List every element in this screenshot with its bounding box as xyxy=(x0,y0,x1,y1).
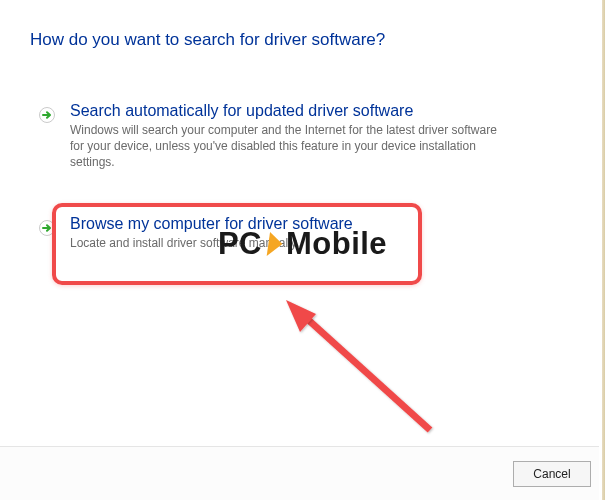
option-title: Search automatically for updated driver … xyxy=(70,102,569,120)
svg-marker-3 xyxy=(286,300,316,332)
annotation-arrow-icon xyxy=(280,300,450,454)
option-browse-computer[interactable]: Browse my computer for driver software L… xyxy=(30,209,577,261)
arrow-right-icon xyxy=(38,106,56,128)
option-description: Locate and install driver software manua… xyxy=(70,235,510,251)
option-search-automatically[interactable]: Search automatically for updated driver … xyxy=(30,96,577,181)
page-title: How do you want to search for driver sof… xyxy=(30,30,577,50)
dialog-footer: Cancel xyxy=(0,446,605,500)
window-edge-decoration xyxy=(593,0,605,500)
option-title: Browse my computer for driver software xyxy=(70,215,569,233)
cancel-button[interactable]: Cancel xyxy=(513,461,591,487)
arrow-right-icon xyxy=(38,219,56,241)
option-description: Windows will search your computer and th… xyxy=(70,122,510,171)
svg-line-2 xyxy=(304,316,430,430)
